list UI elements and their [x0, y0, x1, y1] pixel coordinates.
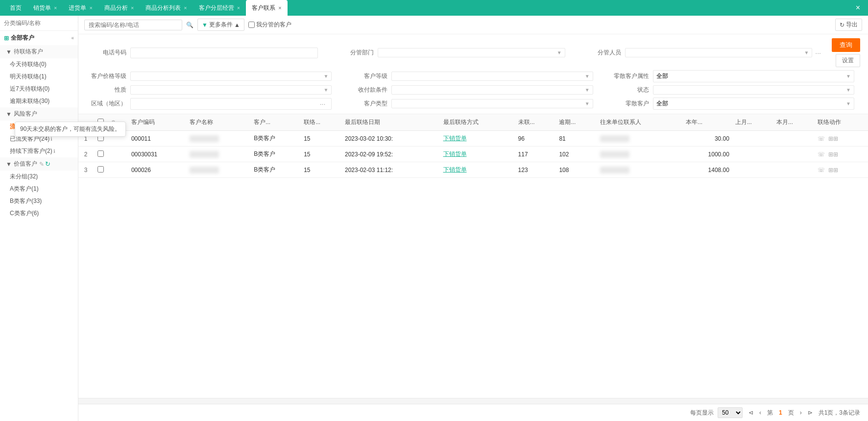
page-size-select[interactable]: 50 100 200	[718, 407, 743, 418]
my-customers-check[interactable]	[248, 22, 255, 28]
cell-last-month	[732, 131, 773, 147]
filter-search-input[interactable]	[84, 20, 182, 30]
sidebar-item-week[interactable]: 近7天待联络(0)	[0, 83, 78, 95]
last-way-link[interactable]: 下销货单	[443, 150, 467, 157]
cell-name	[187, 147, 251, 162]
query-btn[interactable]: 查询	[832, 38, 860, 52]
edit-icon[interactable]: ✎	[39, 161, 44, 168]
tab-analysis-list[interactable]: 商品分析列表 ×	[140, 0, 193, 16]
cell-unit-contact	[597, 162, 683, 178]
tab-purchase[interactable]: 进货单 ×	[63, 0, 98, 16]
dept-select[interactable]: ▼	[378, 48, 565, 57]
payment-chevron: ▼	[585, 87, 590, 93]
tab-analysis-list-close[interactable]: ×	[184, 5, 187, 11]
customer-level-select[interactable]: ▼	[391, 72, 593, 81]
sidebar-item-ungrouped[interactable]: 未分组(32)	[0, 171, 78, 183]
last-way-link[interactable]: 下销货单	[443, 135, 467, 142]
prev-page-btn[interactable]: ‹	[757, 409, 763, 416]
adv-field-nature: 性质 ▼	[86, 85, 332, 95]
manager-select[interactable]: ▼	[625, 48, 813, 57]
export-btn[interactable]: ↻ 导出	[835, 19, 862, 31]
next-page-btn[interactable]: ›	[798, 409, 804, 416]
tab-customer-segment-close[interactable]: ×	[237, 5, 240, 11]
sidebar-item-class-c[interactable]: C类客户(6)	[0, 207, 78, 220]
sidebar-item-class-c-label: C类客户(6)	[10, 209, 39, 218]
more-conditions-btn[interactable]: ▼ 更多条件 ▲	[197, 19, 244, 31]
sidebar-search-input[interactable]	[4, 20, 77, 26]
cell-last-way: 下销货单	[440, 147, 515, 162]
sidebar-section-pending[interactable]: ▼ 待联络客户	[0, 45, 78, 58]
setting-btn[interactable]: 设置	[836, 54, 860, 67]
horizontal-scrollbar[interactable]	[78, 398, 868, 404]
tab-purchase-label: 进货单	[69, 4, 86, 12]
sidebar-item-today[interactable]: 今天待联络(0)	[0, 58, 78, 71]
tab-sales[interactable]: 销货单 ×	[27, 0, 63, 16]
unit-contact-blurred	[600, 151, 629, 158]
sidebar-item-week-label: 近7天待联络(0)	[10, 85, 49, 93]
zero-customer-value: 全部	[656, 99, 668, 108]
action-icon-2[interactable]: ⊞⊞	[828, 135, 838, 142]
region-more[interactable]: ···	[317, 100, 329, 108]
payment-select[interactable]: ▼	[391, 85, 593, 95]
sidebar-item-declining-label: 持续下滑客户(2)	[10, 147, 52, 155]
cell-unit-contact	[597, 131, 683, 147]
row-checkbox[interactable]	[97, 166, 104, 173]
phone-label: 电话号码	[86, 49, 130, 57]
action-icon-1[interactable]: ☏	[818, 135, 825, 142]
my-customers-checkbox[interactable]: 我分管的客户	[248, 21, 291, 29]
phone-input[interactable]	[130, 48, 318, 58]
action-icon-1[interactable]: ☏	[818, 151, 825, 158]
tab-customer-contact-close[interactable]: ×	[278, 5, 281, 11]
sidebar-item-overdue-label: 逾期未联络(30)	[10, 97, 49, 105]
tab-sales-close[interactable]: ×	[54, 5, 57, 11]
tab-customer-contact[interactable]: 客户联系 ×	[246, 0, 287, 16]
sidebar-all-customers[interactable]: ⊞ 全部客户 «	[0, 31, 78, 45]
customer-type-select[interactable]: ▼	[391, 99, 593, 108]
sidebar-item-overdue[interactable]: 逾期未联络(30)	[0, 95, 78, 107]
sidebar-item-today-label: 今天待联络(0)	[10, 60, 47, 69]
sidebar-item-declining[interactable]: 持续下滑客户(2) ℹ	[0, 145, 78, 157]
sidebar-section-value[interactable]: ▼ 价值客户 ✎ ↻	[0, 157, 78, 171]
sidebar-item-class-b[interactable]: B类客户(33)	[0, 195, 78, 207]
region-select[interactable]: ···	[130, 98, 332, 110]
cell-year-amount: 1000.00	[683, 147, 732, 162]
filter-search-icon[interactable]: 🔍	[186, 22, 193, 28]
sidebar-item-tomorrow[interactable]: 明天待联络(1)	[0, 71, 78, 83]
sidebar-section-risk[interactable]: ▼ 风险客户	[0, 107, 78, 121]
grid-icon: ⊞	[4, 35, 9, 42]
price-level-select[interactable]: ▼	[130, 72, 332, 81]
tab-home[interactable]: 首页	[4, 0, 27, 16]
action-icon-1[interactable]: ☏	[818, 167, 825, 173]
cell-num: 3	[78, 162, 93, 178]
price-level-label: 客户价格等级	[86, 72, 130, 80]
th-action: 联络动作	[815, 114, 868, 131]
row-checkbox[interactable]	[97, 150, 104, 157]
nature-select[interactable]: ▼	[130, 85, 332, 95]
adv-field-customer-level: 客户等级 ▼	[347, 72, 593, 81]
cell-last-month	[732, 147, 773, 162]
zero-customer-select[interactable]: 全部 ▼	[653, 98, 854, 110]
tab-purchase-close[interactable]: ×	[89, 5, 92, 11]
window-close-icon[interactable]: ×	[852, 3, 864, 12]
status-select[interactable]: ▼	[653, 85, 854, 95]
action-icon-2[interactable]: ⊞⊞	[828, 167, 838, 173]
section-arrow-risk: ▼	[6, 111, 12, 118]
last-way-link[interactable]: 下销货单	[443, 166, 467, 173]
tab-analysis-close[interactable]: ×	[131, 5, 134, 11]
first-page-btn[interactable]: ⊲	[747, 409, 755, 416]
th-overdue: 逾期...	[556, 114, 597, 131]
action-icon-2[interactable]: ⊞⊞	[828, 151, 838, 158]
last-page-btn[interactable]: ⊳	[806, 409, 815, 416]
more-btn-1[interactable]: ···	[812, 49, 824, 57]
tab-analysis[interactable]: 商品分析 ×	[98, 0, 140, 16]
section-arrow-pending: ▼	[6, 49, 12, 55]
refresh-icon[interactable]: ↻	[45, 160, 50, 168]
zero-attr-select[interactable]: 全部 ▼	[653, 70, 854, 82]
sidebar-item-class-a[interactable]: A类客户(1)	[0, 183, 78, 195]
page-suffix: 页	[786, 409, 796, 417]
cell-last-date: 2023-03-02 10:30:	[342, 131, 440, 147]
my-customers-label: 我分管的客户	[256, 21, 291, 29]
tab-customer-segment[interactable]: 客户分层经营 ×	[193, 0, 246, 16]
cell-action: ☏ ⊞⊞	[815, 147, 868, 162]
cell-overdue: 102	[556, 147, 597, 162]
